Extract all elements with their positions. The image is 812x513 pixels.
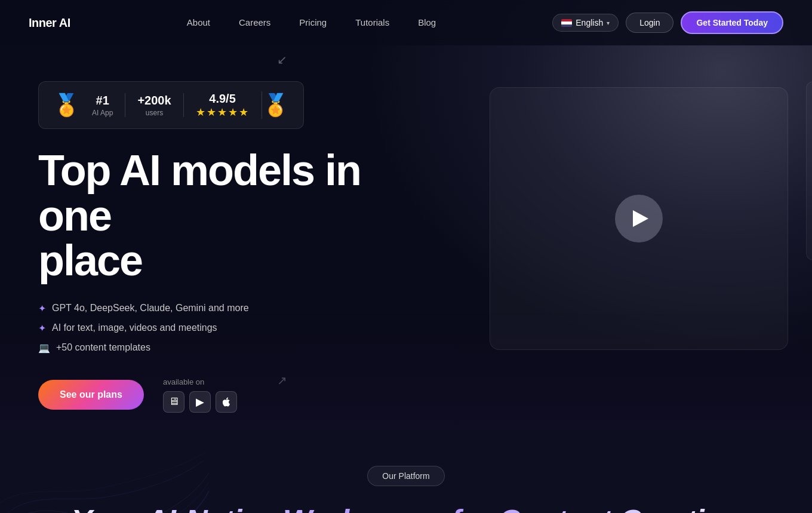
laptop-icon: 💻: [38, 342, 50, 354]
side-panels: [806, 81, 812, 260]
feature-item-2: 💻 +50 content templates: [38, 342, 380, 354]
flag-icon: [561, 19, 572, 27]
our-platform-badge[interactable]: Our Platform: [367, 466, 444, 486]
hero-section: ↙ ↗ 🏅 #1 AI App +200k users 4.9/5 ★★★★★ …: [0, 0, 812, 430]
see-plans-button[interactable]: See our plans: [38, 380, 144, 410]
get-started-button[interactable]: Get Started Today: [681, 11, 783, 34]
platform-icons: 🖥 ▶: [163, 391, 237, 413]
platform-desktop-icon[interactable]: 🖥: [163, 391, 184, 413]
nav-links: About Careers Pricing Tutorials Blog: [187, 17, 436, 28]
feature-item-1: ✦ AI for text, image, videos and meeting…: [38, 322, 380, 334]
platform-android-icon[interactable]: ▶: [189, 391, 211, 413]
hero-video-area: [430, 45, 812, 392]
hero-content: 🏅 #1 AI App +200k users 4.9/5 ★★★★★ 🏅 To…: [0, 45, 418, 413]
nav-item-careers[interactable]: Careers: [239, 17, 270, 28]
play-triangle-icon: [633, 210, 648, 227]
nav-item-about[interactable]: About: [187, 17, 210, 28]
platform-apple-icon[interactable]: [216, 391, 237, 413]
language-selector[interactable]: English ▾: [552, 14, 619, 32]
sparkle-icon-0: ✦: [38, 303, 46, 314]
hero-heading: Top AI models in one place: [38, 148, 380, 284]
chevron-down-icon: ▾: [607, 20, 610, 26]
side-panel-1: [806, 81, 812, 260]
play-button[interactable]: [615, 195, 663, 242]
bottom-section: Our Platform Your AI-Native Workspace fo…: [0, 430, 812, 513]
award-rank: #1 AI App: [80, 93, 125, 117]
awards-bar: 🏅 #1 AI App +200k users 4.9/5 ★★★★★ 🏅: [38, 81, 304, 129]
sparkle-icon-1: ✦: [38, 322, 46, 334]
feature-item-0: ✦ GPT 4o, DeepSeek, Claude, Gemini and m…: [38, 303, 380, 314]
available-on: available on 🖥 ▶: [163, 377, 237, 413]
nav-item-pricing[interactable]: Pricing: [299, 17, 327, 28]
nav-item-blog[interactable]: Blog: [418, 17, 436, 28]
feature-list: ✦ GPT 4o, DeepSeek, Claude, Gemini and m…: [38, 303, 380, 354]
lang-label: English: [576, 18, 603, 27]
bottom-heading: Your AI-Native Workspace for Content Cre…: [0, 503, 812, 513]
login-button[interactable]: Login: [626, 13, 673, 33]
navbar: Inner AI About Careers Pricing Tutorials…: [0, 0, 812, 45]
award-users: +200k users: [125, 93, 183, 117]
laurel-right: 🏅: [262, 94, 289, 116]
laurel-left: 🏅: [53, 94, 80, 116]
video-panel: [490, 87, 788, 350]
cta-row: See our plans available on 🖥 ▶: [38, 377, 380, 413]
nav-logo[interactable]: Inner AI: [29, 16, 70, 30]
award-rating: 4.9/5 ★★★★★: [184, 91, 262, 119]
nav-right: English ▾ Login Get Started Today: [552, 11, 783, 34]
nav-item-tutorials[interactable]: Tutorials: [355, 17, 389, 28]
